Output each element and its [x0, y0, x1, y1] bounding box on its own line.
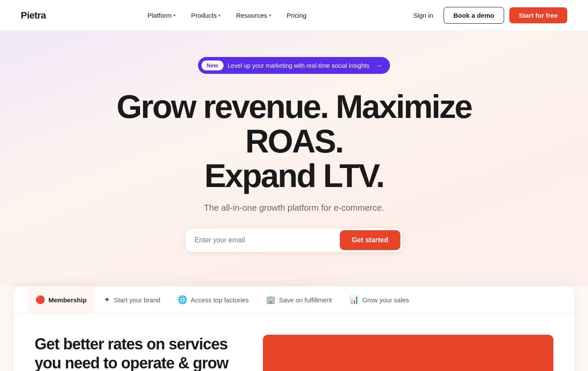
membership-card: Pitra Move faster, save money, and build…: [263, 335, 553, 371]
nav-links: Platform ▾ Products ▾ Resources ▾ Pricin…: [141, 8, 313, 22]
arrow-right-icon: →: [375, 62, 382, 70]
hero-badge[interactable]: New Level up your marketing with real-ti…: [198, 57, 390, 74]
chevron-down-icon: ▾: [173, 13, 176, 18]
tab-start-brand[interactable]: ✦ Start your brand: [96, 286, 168, 314]
email-input[interactable]: [186, 229, 338, 251]
nav-pricing[interactable]: Pricing: [281, 8, 313, 22]
get-started-button[interactable]: Get started: [340, 230, 400, 250]
badge-new-label: New: [201, 60, 224, 70]
globe-icon: 🌐: [178, 295, 187, 304]
signin-button[interactable]: Sign in: [408, 8, 438, 22]
nav-actions: Sign in Book a demo Start for free: [408, 7, 567, 24]
hero-section: New Level up your marketing with real-ti…: [0, 31, 588, 286]
tab-membership[interactable]: 🔴 Membership: [28, 286, 94, 314]
chevron-down-icon: ▾: [218, 13, 220, 18]
navbar: Pietra Platform ▾ Products ▾ Resources ▾…: [0, 0, 588, 31]
badge-text: Level up your marketing with real-time s…: [228, 62, 370, 69]
hero-subtext: The all-in-one growth platform for e-com…: [21, 203, 567, 213]
book-demo-button[interactable]: Book a demo: [444, 7, 504, 24]
logo[interactable]: Pietra: [21, 10, 46, 21]
chevron-down-icon: ▾: [269, 13, 271, 18]
nav-resources[interactable]: Resources ▾: [230, 8, 277, 22]
tab-grow-sales[interactable]: 📊 Grow your sales: [342, 286, 417, 314]
membership-title: Get better rates on services you need to…: [35, 335, 242, 371]
building-icon: 🏢: [266, 295, 275, 304]
tab-left-panel: Get better rates on services you need to…: [35, 335, 242, 371]
start-free-button[interactable]: Start for free: [509, 7, 567, 23]
nav-platform[interactable]: Platform ▾: [141, 8, 182, 22]
tabs-bar: 🔴 Membership ✦ Start your brand 🌐 Access…: [14, 286, 574, 314]
email-cta-form: Get started: [186, 228, 402, 252]
sparkle-icon: ✦: [104, 295, 110, 304]
chart-icon: 📊: [349, 295, 359, 304]
tab-fulfillment[interactable]: 🏢 Save on fulfillment: [258, 286, 340, 314]
nav-products[interactable]: Products ▾: [185, 8, 227, 22]
tab-factories[interactable]: 🌐 Access top factories: [170, 286, 256, 314]
features-section: 🔴 Membership ✦ Start your brand 🌐 Access…: [14, 286, 574, 371]
membership-icon: 🔴: [35, 295, 45, 304]
tab-content-membership: Get better rates on services you need to…: [14, 314, 574, 371]
hero-headline: Grow revenue. Maximize ROAS. Expand LTV.: [99, 89, 489, 193]
